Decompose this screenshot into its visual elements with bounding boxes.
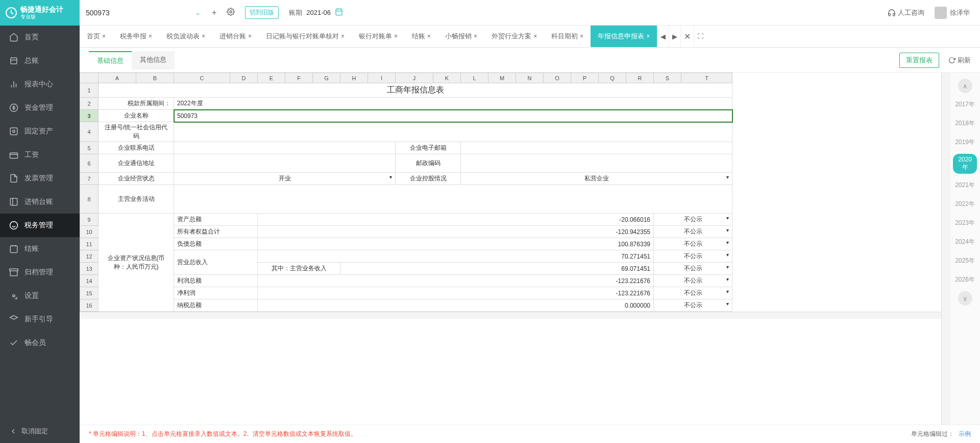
status-dropdown[interactable]: 开业 [174,173,396,185]
sidebar-item-tax[interactable]: 税务管理 [0,214,80,237]
tab[interactable]: 日记账与银行对账单核对× [259,26,352,47]
col-header[interactable]: D [230,73,258,83]
col-header[interactable]: P [571,73,599,83]
tab[interactable]: 税负波动表× [159,26,212,47]
tab[interactable]: 进销台账× [212,26,259,47]
col-header[interactable]: R [626,73,654,83]
col-header[interactable]: E [258,73,285,83]
tab[interactable]: 结账× [405,26,438,47]
year-option[interactable]: 2024年 [950,232,980,251]
vertical-scrollbar[interactable] [941,73,949,425]
close-icon[interactable]: × [427,33,431,40]
corner-cell[interactable] [80,73,99,83]
col-header[interactable]: A [99,73,136,83]
footer-right-label: 单元格编辑过： [911,430,954,437]
calendar-icon[interactable] [335,8,343,17]
unpin-button[interactable]: 取消固定 [0,419,80,443]
sidebar-item-ledger[interactable]: 总账 [0,49,80,73]
col-header[interactable]: Q [599,73,626,83]
sidebar-item-trade[interactable]: 进销台账 [0,190,80,214]
period-value[interactable]: 2021-06 [306,9,331,16]
col-header[interactable]: L [461,73,488,83]
col-header[interactable]: J [396,73,433,83]
tab-prev[interactable]: ◀ [657,26,669,47]
archive-icon [9,268,18,277]
tab[interactable]: 科目期初× [544,26,591,47]
col-header[interactable]: G [313,73,340,83]
year-up[interactable]: ∧ [958,79,972,93]
sidebar-item-guide[interactable]: 新手引导 [0,308,80,331]
col-header[interactable]: N [516,73,544,83]
reset-button[interactable]: 重置报表 [899,53,939,68]
year-option[interactable]: 2026年 [950,270,980,289]
col-header[interactable]: F [285,73,313,83]
close-icon[interactable]: × [248,33,252,40]
year-option[interactable]: 2023年 [950,214,980,232]
sidebar-item-reports[interactable]: 报表中心 [0,73,80,96]
sidebar-item-salary[interactable]: 工资 [0,143,80,167]
col-header[interactable]: M [488,73,516,83]
year-option[interactable]: 2019年 [950,133,980,152]
fullscreen[interactable]: ⛶ [694,26,706,47]
company-input[interactable] [86,9,193,17]
year-option[interactable]: 2020年 [953,154,977,174]
tab-next[interactable]: ▶ [669,26,680,47]
tab[interactable]: 税务申报× [113,26,159,47]
refresh-button[interactable]: 刷新 [948,56,971,65]
close-icon[interactable]: × [102,33,106,40]
close-icon[interactable]: × [202,33,205,40]
sidebar-item-member[interactable]: 畅会员 [0,331,80,355]
close-icon[interactable]: × [149,33,152,40]
settings-icon[interactable] [227,8,235,18]
col-header[interactable]: S [654,73,681,83]
year-option[interactable]: 2025年 [950,251,980,270]
tab[interactable]: 首页× [80,26,113,47]
close-icon[interactable]: × [533,33,537,40]
tab[interactable]: 小畅报销× [438,26,484,47]
sub-tab[interactable]: 其他信息 [132,51,175,69]
col-header[interactable]: H [340,73,368,83]
example-link[interactable]: 示例 [959,430,971,437]
year-option[interactable]: 2022年 [950,195,980,214]
company-selector[interactable]: ⌄ [80,9,207,17]
sidebar-item-closing[interactable]: 结账 [0,237,80,261]
add-icon[interactable]: + [212,8,216,17]
year-option[interactable]: 2021年 [950,176,980,195]
col-header[interactable]: O [544,73,571,83]
holding-dropdown[interactable]: 私营企业 [461,173,732,185]
close-icon[interactable]: × [341,33,345,40]
close-icon[interactable]: × [394,33,398,40]
year-down[interactable]: ∨ [958,291,972,306]
trade-icon [9,197,18,206]
tab[interactable]: 年报信息申报表× [591,26,657,47]
avatar[interactable] [935,7,947,19]
horizontal-scrollbar[interactable] [80,312,941,319]
close-icon[interactable]: × [474,33,477,40]
row-header[interactable]: 1 [80,83,99,98]
tab[interactable]: 银行对账单× [352,26,405,47]
spreadsheet[interactable]: ABCDEFGHIJKLMNOPQRST 1工商年报信息表 2税款所属期间：20… [80,73,941,425]
sidebar-item-home[interactable]: 首页 [0,26,80,49]
close-icon[interactable]: × [580,33,583,40]
ledger-icon [9,56,18,65]
sidebar-item-invoice[interactable]: 发票管理 [0,167,80,190]
year-option[interactable]: 2018年 [950,114,980,133]
col-header[interactable]: K [433,73,461,83]
home-icon [9,33,18,42]
col-header[interactable]: T [681,73,732,83]
sidebar-item-settings[interactable]: 设置 [0,284,80,308]
support-button[interactable]: 人工咨询 [888,8,924,17]
sub-tab[interactable]: 基础信息 [89,51,132,69]
tab[interactable]: 外贸行业方案× [484,26,544,47]
close-icon[interactable]: × [646,33,650,40]
close-all[interactable]: ✕ [680,26,694,47]
switch-old-button[interactable]: 切到旧版 [245,6,279,19]
col-header[interactable]: I [368,73,396,83]
col-header[interactable]: C [174,73,230,83]
sidebar-item-assets[interactable]: 固定资产 [0,120,80,143]
col-header[interactable]: B [136,73,174,83]
year-option[interactable]: 2017年 [950,95,980,114]
sidebar-item-funds[interactable]: 资金管理 [0,96,80,120]
sidebar-item-archive[interactable]: 归档管理 [0,261,80,284]
active-cell[interactable]: 500973 [174,110,732,122]
